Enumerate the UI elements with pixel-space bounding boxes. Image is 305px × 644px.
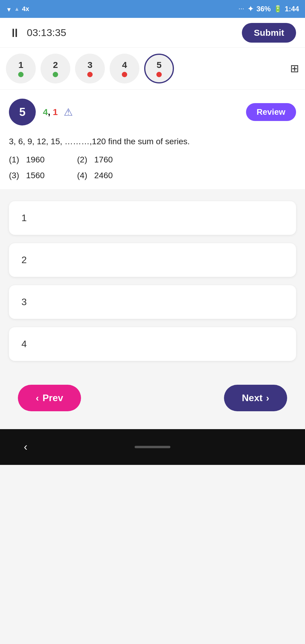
question-options: (1) 1960 (2) 1760 (3) 1560 (4) 2460 [9, 152, 296, 183]
bottom-nav-bar: ‹ [0, 429, 305, 465]
prev-label: Prev [43, 392, 63, 404]
grid-icon[interactable]: ⊞ [290, 62, 299, 75]
question-header: 5 4, 1 ⚠ Review [9, 99, 296, 125]
answer-1-label: 1 [21, 212, 27, 224]
signal-icon: 4x [22, 5, 29, 13]
warning-icon: ⚠ [64, 106, 73, 118]
review-button[interactable]: Review [246, 103, 296, 121]
nav-question-3[interactable]: 3 [75, 54, 105, 83]
status-left: ▲ 4x [6, 4, 29, 14]
answer-2-label: 2 [21, 255, 27, 266]
nav-q5-number: 5 [157, 60, 162, 70]
question-section: 5 4, 1 ⚠ Review 3, 6, 9, 12, 15, ………,120… [0, 90, 305, 189]
timer-display: 03:13:35 [27, 27, 66, 38]
score-positive: 4 [43, 107, 48, 117]
nav-q3-number: 3 [88, 60, 93, 70]
question-score: 4, 1 [43, 107, 58, 117]
question-meta: 4, 1 ⚠ [43, 106, 239, 118]
nav-buttons: ‹ Prev Next › [0, 373, 305, 429]
option-3-label: (3) 1560 [9, 171, 45, 180]
nav-q4-dot [122, 72, 127, 77]
nav-question-4[interactable]: 4 [110, 54, 139, 83]
clock: 1:44 [285, 5, 299, 13]
option-1-label: (1) 1960 [9, 155, 45, 164]
nav-question-1[interactable]: 1 [6, 54, 36, 83]
next-chevron-icon: › [266, 392, 269, 404]
nav-q3-dot [87, 72, 93, 77]
next-button[interactable]: Next › [224, 385, 287, 411]
option-2-label: (2) 1760 [77, 155, 113, 164]
score-negative: 1 [53, 107, 58, 117]
answer-4-label: 4 [21, 339, 27, 350]
top-bar-left: ⏸ 03:13:35 [9, 27, 66, 39]
answer-option-1[interactable]: 1 [9, 201, 296, 235]
back-icon[interactable]: ‹ [24, 441, 27, 453]
pause-button[interactable]: ⏸ [9, 27, 21, 39]
prev-button[interactable]: ‹ Prev [18, 385, 81, 411]
wifi-icon [6, 4, 12, 14]
nav-q5-dot [156, 72, 162, 77]
nav-q2-dot [53, 72, 58, 77]
signal-bars: ▲ [14, 6, 20, 12]
answer-option-4[interactable]: 4 [9, 327, 296, 361]
question-number: 5 [19, 106, 25, 119]
top-bar: ⏸ 03:13:35 Submit [0, 18, 305, 48]
nav-q2-number: 2 [53, 60, 58, 70]
answer-3-label: 3 [21, 297, 27, 308]
nav-question-2[interactable]: 2 [41, 54, 70, 83]
question-number-circle: 5 [9, 99, 36, 125]
nav-q1-dot [18, 72, 24, 77]
score-separator: , [48, 107, 53, 117]
submit-button[interactable]: Submit [242, 23, 296, 43]
next-label: Next [242, 392, 262, 404]
question-text: 3, 6, 9, 12, 15, ………,120 find the sum of… [9, 134, 296, 149]
battery-percent: 36% [256, 5, 271, 13]
option-4-label: (4) 2460 [77, 171, 113, 180]
nav-q4-number: 4 [122, 60, 127, 70]
answer-option-2[interactable]: 2 [9, 243, 296, 277]
pause-icon: ⏸ [9, 26, 21, 39]
nav-question-5[interactable]: 5 [144, 54, 174, 83]
question-nav: 1 2 3 4 5 ⊞ [0, 48, 305, 90]
home-indicator [135, 446, 170, 448]
answers-section: 1 2 3 4 [0, 189, 305, 373]
prev-chevron-icon: ‹ [36, 392, 39, 404]
status-bar: ▲ 4x ··· ✦ 36% 🔋 1:44 [0, 0, 305, 18]
dots-icon: ··· [239, 6, 245, 12]
battery-icon: 🔋 [274, 5, 282, 13]
answer-option-3[interactable]: 3 [9, 285, 296, 319]
bluetooth-icon: ✦ [248, 5, 253, 13]
nav-q1-number: 1 [18, 60, 24, 70]
status-right: ··· ✦ 36% 🔋 1:44 [239, 5, 299, 13]
